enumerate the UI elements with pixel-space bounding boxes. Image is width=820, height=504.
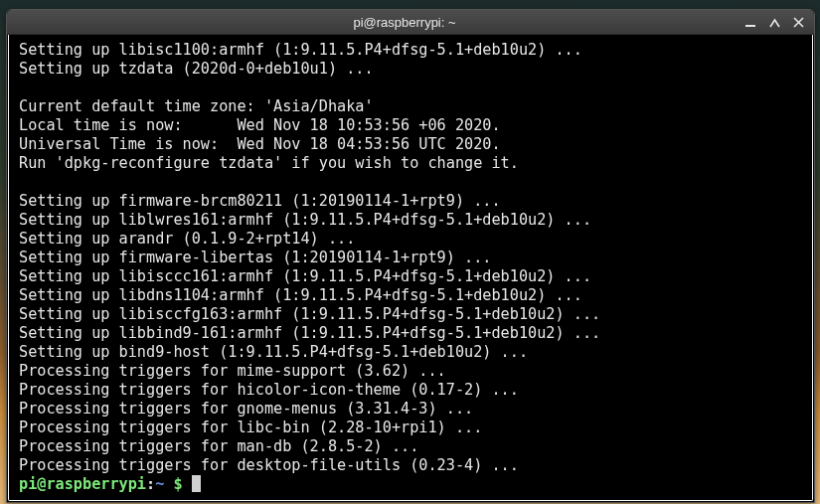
close-button[interactable] (790, 14, 806, 30)
minimize-button[interactable] (742, 14, 758, 30)
terminal-output: Setting up libisc1100:armhf (1:9.11.5.P4… (19, 41, 600, 474)
prompt-path: ~ (155, 475, 164, 493)
titlebar: pi@raspberrypi: ~ (7, 10, 814, 35)
terminal-body[interactable]: Setting up libisc1100:armhf (1:9.11.5.P4… (8, 35, 813, 501)
window-title: pi@raspberrypi: ~ (67, 15, 742, 30)
prompt-userhost: pi@raspberrypi (19, 475, 146, 493)
cursor (192, 475, 201, 492)
prompt-sigil: $ (173, 475, 182, 493)
window-controls (742, 14, 806, 30)
terminal-window: pi@raspberrypi: ~ Setting up libisc1100:… (6, 9, 815, 503)
maximize-button[interactable] (766, 14, 782, 30)
prompt-separator: : (146, 475, 155, 493)
